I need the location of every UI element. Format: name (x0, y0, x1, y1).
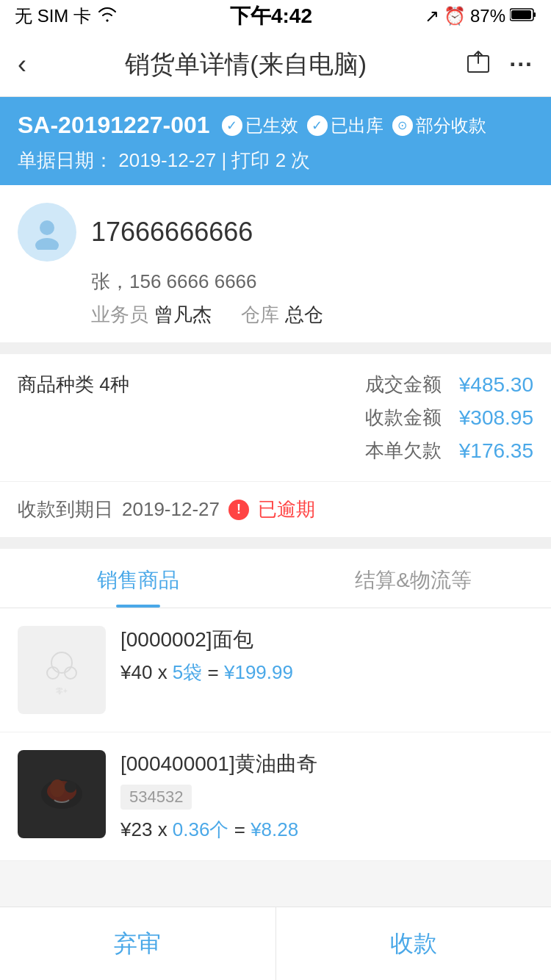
more-icon[interactable]: ··· (509, 51, 533, 78)
svg-point-12 (50, 779, 65, 797)
warehouse-value: 总仓 (285, 302, 323, 328)
product-name-1: [0000002]面包 (120, 626, 533, 654)
svg-text:零+: 零+ (56, 687, 68, 695)
nav-icons: ··· (465, 48, 533, 80)
divider-1 (0, 342, 551, 354)
owed-value: ¥176.35 (459, 439, 533, 463)
received-row: 收款金额 ¥308.95 (365, 405, 533, 430)
check-icon-1: ✓ (222, 115, 242, 136)
list-item: 零+ [0000002]面包 ¥40 x 5袋 = ¥199.99 (0, 608, 551, 732)
status-badge-effective: ✓ 已生效 (222, 114, 298, 137)
product-sku-2: 534532 (120, 785, 192, 810)
product-thumbnail-2 (18, 750, 106, 838)
salesperson-label: 业务员 (91, 302, 148, 328)
due-date-section: 收款到期日 2019-12-27 ! 已逾期 (0, 481, 551, 537)
svg-rect-1 (533, 12, 536, 17)
deal-amount-label: 成交金额 (365, 372, 442, 397)
received-label: 收款金额 (365, 405, 442, 430)
status-bar-right: ↗ ⏰ 87% (425, 6, 536, 26)
product-name-2: [000400001]黄油曲奇 (120, 750, 533, 778)
summary-left: 商品种类 4种 (18, 372, 129, 400)
overdue-icon: ! (228, 500, 249, 520)
clock-icon: ⊙ (392, 115, 413, 136)
cancel-button[interactable]: 弃审 (0, 907, 276, 980)
customer-section: 17666666666 张，156 6666 6666 业务员 曾凡杰 仓库 总… (0, 185, 551, 342)
warehouse-label: 仓库 (241, 302, 279, 328)
customer-meta: 业务员 曾凡杰 仓库 总仓 (91, 302, 533, 328)
battery-icon (510, 6, 536, 26)
product-price-1: ¥40 x 5袋 = ¥199.99 (120, 660, 533, 685)
summary-section: 商品种类 4种 成交金额 ¥485.30 收款金额 ¥308.95 本单欠款 ¥… (0, 354, 551, 481)
status-bar: 无 SIM 卡 下午4:42 ↗ ⏰ 87% (0, 0, 551, 32)
received-value: ¥308.95 (459, 406, 533, 430)
product-type-item: 商品种类 4种 (18, 372, 129, 397)
deal-amount-value: ¥485.30 (459, 373, 533, 397)
status-badge-shipped: ✓ 已出库 (307, 114, 383, 137)
owed-row: 本单欠款 ¥176.35 (365, 438, 533, 464)
tab-settlement[interactable]: 结算&物流等 (276, 549, 551, 608)
tab-products[interactable]: 销售商品 (0, 549, 276, 608)
customer-avatar (18, 203, 76, 262)
confirm-button[interactable]: 收款 (276, 907, 552, 980)
due-date-label: 收款到期日 (18, 497, 113, 522)
deal-amount-row: 成交金额 ¥485.30 (365, 372, 533, 397)
customer-name-phone: 张，156 6666 6666 (91, 269, 533, 295)
due-date-value: 2019-12-27 (122, 498, 220, 521)
overdue-text: 已逾期 (258, 497, 315, 522)
battery-label: 87% (470, 6, 505, 26)
check-icon-2: ✓ (307, 115, 328, 136)
bottom-bar: 弃审 收款 (0, 907, 551, 980)
owed-label: 本单欠款 (365, 438, 442, 464)
tabs-container: 销售商品 结算&物流等 (0, 549, 551, 608)
status-bar-left: 无 SIM 卡 (15, 4, 118, 28)
share-icon[interactable] (465, 48, 491, 80)
svg-point-5 (35, 238, 59, 250)
status-bar-time: 下午4:42 (230, 2, 312, 30)
svg-point-6 (51, 652, 72, 673)
product-info-2: [000400001]黄油曲奇 534532 ¥23 x 0.36个 = ¥8.… (120, 750, 533, 843)
svg-point-4 (40, 220, 54, 235)
product-thumbnail-1: 零+ (18, 626, 106, 714)
product-info-1: [0000002]面包 ¥40 x 5袋 = ¥199.99 (120, 626, 533, 685)
customer-phone: 17666666666 (91, 217, 253, 248)
warehouse-item: 仓库 总仓 (241, 302, 323, 328)
alarm-icon: ⏰ (444, 6, 466, 26)
salesperson-value: 曾凡杰 (154, 302, 212, 328)
wifi-icon (97, 6, 118, 26)
status-badge-partial: ⊙ 部分收款 (392, 114, 486, 137)
page-title: 销货单详情(来自电脑) (125, 48, 367, 82)
carrier-label: 无 SIM 卡 (15, 4, 91, 28)
salesperson-item: 业务员 曾凡杰 (91, 302, 212, 328)
back-button[interactable]: ‹ (18, 49, 26, 80)
order-date: 单据日期： 2019-12-27 | 打印 2 次 (18, 148, 533, 173)
svg-rect-2 (511, 10, 531, 19)
location-icon: ↗ (425, 6, 439, 26)
list-item: [000400001]黄油曲奇 534532 ¥23 x 0.36个 = ¥8.… (0, 732, 551, 861)
status-badges: ✓ 已生效 ✓ 已出库 ⊙ 部分收款 (222, 114, 486, 137)
summary-right: 成交金额 ¥485.30 收款金额 ¥308.95 本单欠款 ¥176.35 (365, 372, 533, 464)
nav-bar: ‹ 销货单详情(来自电脑) ··· (0, 32, 551, 97)
order-id: SA-20191227-001 (18, 112, 210, 139)
product-list: 零+ [0000002]面包 ¥40 x 5袋 = ¥199.99 (0, 608, 551, 861)
divider-2 (0, 537, 551, 549)
svg-point-13 (65, 781, 76, 793)
order-header: SA-20191227-001 ✓ 已生效 ✓ 已出库 ⊙ 部分收款 单据日期：… (0, 97, 551, 185)
product-price-2: ¥23 x 0.36个 = ¥8.28 (120, 817, 533, 843)
